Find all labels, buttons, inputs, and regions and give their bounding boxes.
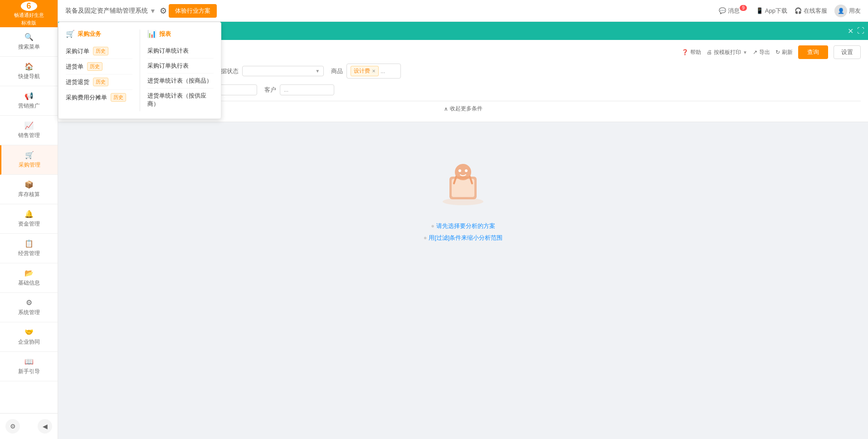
sidebar-item-inventory[interactable]: 📦 库存核算 — [0, 175, 58, 204]
tab-maximize-icon[interactable]: ⛶ — [857, 27, 864, 35]
set-button[interactable]: 设置 — [834, 45, 861, 59]
svg-point-4 — [458, 169, 461, 172]
export-btn[interactable]: ↗ 导出 — [753, 49, 770, 56]
guide-nav-icon: 📖 — [24, 357, 34, 366]
user-action[interactable]: 👤 用友 — [834, 5, 861, 17]
print-icon: 🖨 — [707, 49, 712, 55]
message-action[interactable]: 💬 消息 9 — [719, 7, 749, 15]
collapse-chevron-icon: ∧ — [444, 106, 448, 112]
dropdown-item-order-stats[interactable]: 采购订单统计表 — [147, 44, 214, 59]
sidebar: 6 畅通通好生意 标准版 🔍 搜索菜单 🏠 快捷导航 📢 营销推广 📈 销售管理 — [0, 0, 58, 439]
sidebar-item-purchase[interactable]: 🛒 采购管理 — [0, 145, 58, 175]
customer-more-btn[interactable]: ... — [284, 87, 288, 93]
status-select[interactable]: ▼ — [242, 66, 324, 76]
print-btn[interactable]: 🖨 按模板打印 ▼ — [707, 49, 747, 56]
purchase-order-label: 采购订单 — [66, 47, 89, 55]
svg-point-3 — [455, 164, 471, 180]
query-button[interactable]: 查询 — [798, 45, 828, 59]
report-col-icon: 📊 — [147, 30, 156, 38]
sidebar-item-marketing[interactable]: 📢 营销推广 — [0, 86, 58, 116]
system-title: 装备及固定资产辅助管理系统 ▼ — [65, 7, 156, 15]
industry-btn[interactable]: 体验行业方案 — [169, 4, 217, 18]
sidebar-item-coop[interactable]: 🤝 企业协同 — [0, 322, 58, 352]
sidebar-item-label: 资金管理 — [18, 220, 40, 228]
sidebar-item-label: 经营管理 — [18, 250, 40, 257]
logo-icon: 6 — [21, 1, 37, 11]
customer-filter-item: 客户 ... — [264, 84, 334, 95]
topbar-settings-icon[interactable]: ⚙ — [160, 6, 167, 16]
sidebar-item-quick[interactable]: 🏠 快捷导航 — [0, 57, 58, 86]
empty-hint-2-text: 用[过滤]条件来缩小分析范围 — [429, 234, 502, 241]
filter-highlight: [过滤] — [434, 234, 449, 241]
dropdown-item-incoming[interactable]: 进货单 历史 — [66, 59, 132, 74]
logo-brand: 畅通通好生意 — [14, 12, 44, 19]
phone-icon: 📱 — [756, 7, 763, 14]
collapse-label: 收起更多条件 — [450, 105, 483, 113]
help-label: 帮助 — [690, 49, 701, 56]
refresh-btn[interactable]: ↻ 刷新 — [775, 49, 793, 56]
app-download-action[interactable]: 📱 App下载 — [756, 7, 787, 15]
dropdown-item-goods-stats[interactable]: 进货单统计表（按商品） — [147, 74, 214, 89]
dropdown-item-order-exec[interactable]: 采购订单执行表 — [147, 59, 214, 74]
supplier-stats-label: 进货单统计表（按供应商） — [147, 92, 214, 108]
sidebar-item-label: 基础信息 — [18, 279, 40, 287]
operation-nav-icon: 📋 — [24, 239, 34, 248]
goods-tag-close-icon[interactable]: ✕ — [372, 69, 375, 74]
sidebar-item-system[interactable]: ⚙ 系统管理 — [0, 293, 58, 322]
report-col: 📊 报表 采购订单统计表 采购订单执行表 进货单统计表（按商品） 进货单统计表（… — [147, 30, 214, 111]
svg-point-5 — [465, 169, 468, 172]
order-exec-label: 采购订单执行表 — [147, 62, 189, 70]
sidebar-item-operation[interactable]: 📋 经营管理 — [0, 234, 58, 263]
empty-circle-icon-2: ● — [424, 234, 427, 241]
history-badge-3: 历史 — [93, 78, 108, 86]
empty-state: ● 请先选择要分析的方案 ● 用[过滤]条件来缩小分析范围 — [58, 122, 868, 280]
sales-nav-icon: 📈 — [24, 121, 34, 130]
sidebar-item-finance[interactable]: 🔔 资金管理 — [0, 204, 58, 234]
help-btn[interactable]: ❓ 帮助 — [682, 49, 701, 56]
sidebar-item-base[interactable]: 📂 基础信息 — [0, 263, 58, 293]
empty-illustration — [436, 158, 490, 213]
service-action[interactable]: 🎧 在线客服 — [795, 7, 827, 15]
goods-filter-label: 商品 — [331, 67, 343, 75]
sidebar-item-label: 搜索菜单 — [18, 43, 40, 51]
avatar: 👤 — [834, 5, 847, 17]
chevron-down-icon[interactable]: ▼ — [150, 7, 156, 15]
settings-bottom-btn[interactable]: ⚙ — [5, 419, 20, 434]
system-nav-icon: ⚙ — [26, 298, 32, 307]
empty-hint-1-text: 请先选择要分析的方案 — [436, 222, 495, 229]
tab-close-all-icon[interactable]: ✕ — [848, 27, 853, 35]
topbar: 装备及固定资产辅助管理系统 ▼ ⚙ 体验行业方案 💬 消息 9 📱 App下载 … — [58, 0, 868, 22]
message-label: 消息 — [728, 7, 740, 15]
sidebar-item-label: 库存核算 — [18, 191, 40, 198]
return-label: 进货退货 — [66, 78, 89, 86]
help-icon: ❓ — [682, 49, 688, 55]
report-col-title: 📊 报表 — [147, 30, 214, 38]
service-label: 在线客服 — [804, 7, 827, 15]
headset-icon: 🎧 — [795, 7, 802, 14]
sidebar-item-sales[interactable]: 📈 销售管理 — [0, 116, 58, 145]
dropdown-item-supplier-stats[interactable]: 进货单统计表（按供应商） — [147, 89, 214, 111]
dropdown-item-return[interactable]: 进货退货 历史 — [66, 74, 132, 90]
collapse-sidebar-btn[interactable]: ◀ — [38, 419, 52, 434]
sidebar-item-search[interactable]: 🔍 搜索菜单 — [0, 27, 58, 57]
sidebar-item-label: 企业协同 — [18, 338, 40, 346]
topbar-actions: 💬 消息 9 📱 App下载 🎧 在线客服 👤 用友 — [719, 5, 861, 17]
username-label: 用友 — [849, 7, 861, 15]
export-label: 导出 — [759, 49, 770, 56]
sidebar-logo: 6 畅通通好生意 标准版 — [0, 0, 58, 27]
status-filter-item: 单据状态 ▼ — [215, 66, 324, 76]
dropdown-item-expense[interactable]: 采购费用分摊单 历史 — [66, 90, 132, 105]
goods-tag: 设计费 ✕ — [351, 66, 379, 76]
system-title-text: 装备及固定资产辅助管理系统 — [65, 7, 148, 15]
dropdown-item-purchase-order[interactable]: 采购订单 历史 — [66, 44, 132, 59]
goods-more-btn[interactable]: ... — [380, 68, 385, 74]
sidebar-item-guide[interactable]: 📖 新手引导 — [0, 352, 58, 381]
goods-tag-label: 设计费 — [354, 67, 370, 75]
sidebar-nav: 🔍 搜索菜单 🏠 快捷导航 📢 营销推广 📈 销售管理 🛒 采购管理 📦 — [0, 27, 58, 413]
print-chevron-icon: ▼ — [743, 50, 747, 55]
empty-hint-2: ● 用[过滤]条件来缩小分析范围 — [424, 234, 503, 242]
tab-bar-right: ✕ ⛶ — [848, 27, 864, 35]
sidebar-bottom: ⚙ ◀ — [0, 413, 58, 439]
purchase-col-icon: 🛒 — [66, 30, 75, 38]
purchase-dropdown-menu: 🛒 采购业务 采购订单 历史 进货单 历史 进货退货 历史 采购费用分摊单 历史… — [58, 22, 221, 119]
